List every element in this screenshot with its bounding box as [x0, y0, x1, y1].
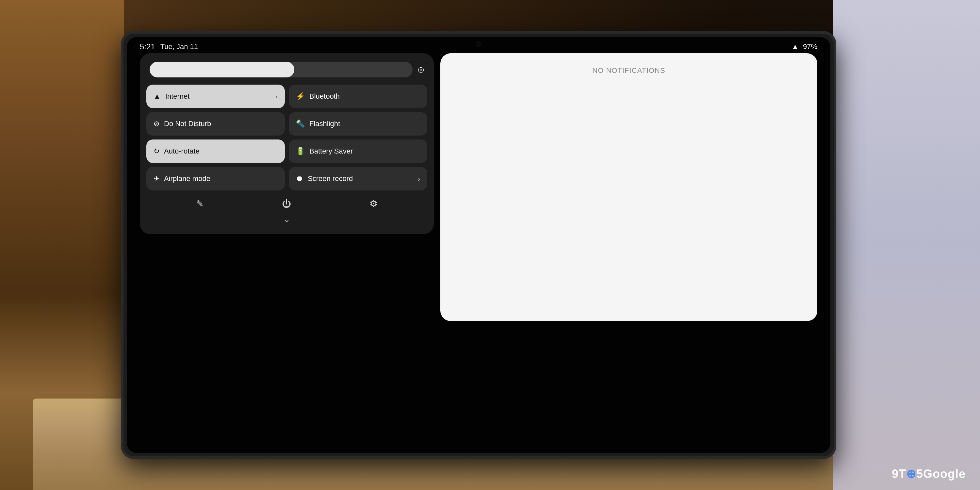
quick-settings-panel: ◎ ▲ Internet › ⚡ Bluetooth ⊘ Do N	[140, 53, 434, 234]
no-notifications-label: NO NOTIFICATIONS	[592, 66, 665, 75]
tablet-screen: 5:21 Tue, Jan 11 ▲ 97% ◎ ▲	[127, 37, 830, 453]
brightness-slider[interactable]	[150, 62, 412, 78]
status-right: ▲ 97%	[791, 42, 817, 51]
collapse-icon[interactable]: ⌄	[283, 214, 290, 224]
camera-dot	[476, 41, 482, 47]
dnd-label: Do Not Disturb	[164, 119, 278, 128]
auto-rotate-label: Auto-rotate	[164, 147, 278, 156]
battery-saver-icon: 🔋	[296, 147, 305, 156]
record-icon: ⏺	[296, 175, 303, 183]
battery-saver-tile[interactable]: 🔋 Battery Saver	[289, 140, 427, 163]
action-bar: ✎ ⏻ ⚙	[146, 191, 427, 214]
do-not-disturb-tile[interactable]: ⊘ Do Not Disturb	[146, 112, 285, 135]
watermark-highlight: ⊕	[906, 467, 916, 480]
airplane-icon: ✈	[154, 175, 159, 183]
wifi-status-icon: ▲	[791, 42, 799, 51]
screen-record-chevron: ›	[418, 175, 420, 183]
bluetooth-label: Bluetooth	[309, 92, 420, 100]
internet-tile[interactable]: ▲ Internet ›	[146, 84, 285, 108]
rotate-icon: ↻	[154, 147, 159, 156]
notification-panel: NO NOTIFICATIONS	[440, 53, 817, 321]
auto-rotate-tile[interactable]: ↻ Auto-rotate	[146, 140, 285, 163]
flashlight-tile[interactable]: 🔦 Flashlight	[289, 112, 427, 135]
airplane-label: Airplane mode	[164, 175, 278, 183]
flashlight-icon: 🔦	[296, 119, 305, 128]
battery-saver-label: Battery Saver	[309, 147, 420, 156]
flashlight-label: Flashlight	[309, 119, 420, 128]
brightness-fill	[150, 62, 294, 78]
airplane-mode-tile[interactable]: ✈ Airplane mode	[146, 167, 285, 191]
tablet-frame: 5:21 Tue, Jan 11 ▲ 97% ◎ ▲	[121, 31, 836, 459]
watermark: 9T⊕5Google	[892, 467, 966, 481]
brightness-icon: ◎	[418, 65, 424, 74]
internet-chevron: ›	[275, 93, 278, 100]
status-time: 5:21	[140, 42, 155, 51]
wifi-icon: ▲	[154, 92, 161, 100]
bluetooth-tile[interactable]: ⚡ Bluetooth	[289, 84, 427, 108]
status-bar: 5:21 Tue, Jan 11 ▲ 97%	[127, 37, 830, 57]
brightness-row: ◎	[146, 60, 427, 80]
dnd-icon: ⊘	[154, 119, 159, 128]
settings-button[interactable]: ⚙	[369, 198, 378, 209]
quick-toggle-grid: ▲ Internet › ⚡ Bluetooth ⊘ Do Not Distur…	[146, 84, 427, 191]
status-date: Tue, Jan 11	[161, 43, 198, 51]
edit-button[interactable]: ✎	[196, 198, 204, 209]
collapse-arrow-row: ⌄	[146, 214, 427, 228]
screen-record-tile[interactable]: ⏺ Screen record ›	[289, 167, 427, 191]
internet-label: Internet	[165, 92, 271, 100]
bg-right-wall	[833, 0, 980, 490]
bluetooth-icon: ⚡	[296, 92, 305, 100]
status-left: 5:21 Tue, Jan 11	[140, 42, 198, 51]
battery-status: 97%	[803, 43, 817, 51]
power-button[interactable]: ⏻	[282, 198, 291, 209]
screen-record-label: Screen record	[308, 175, 413, 183]
